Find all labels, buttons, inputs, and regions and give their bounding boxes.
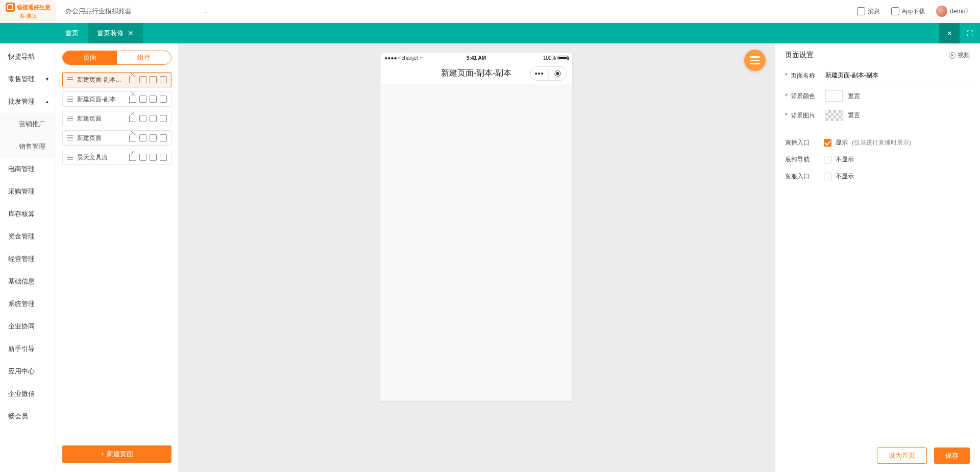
page-list-item[interactable]: 新建页面	[62, 111, 172, 126]
phone-icon	[891, 7, 899, 15]
page-list-item[interactable]: 新建页面	[62, 130, 172, 146]
sidebar-item[interactable]: 新手引导	[0, 338, 56, 360]
account-selector[interactable]: 办公用品行业模拟账套 ⌄	[65, 7, 208, 16]
segment-control: 页面 组件	[62, 51, 172, 65]
tab-home-decor[interactable]: 首页装修 ✕	[88, 23, 143, 43]
drag-handle-icon[interactable]	[67, 77, 73, 82]
sidebar-item[interactable]: 系统管理	[0, 293, 56, 315]
delete-icon[interactable]	[150, 154, 157, 161]
set-home-button[interactable]: 设为首页	[877, 447, 927, 464]
delete-icon[interactable]	[150, 76, 157, 83]
seg-page[interactable]: 页面	[63, 51, 117, 64]
video-help-link[interactable]: 视频	[949, 51, 970, 60]
page-name-input[interactable]	[825, 69, 970, 82]
play-icon	[949, 52, 955, 59]
copy-icon[interactable]	[139, 154, 146, 161]
home-icon[interactable]	[129, 115, 136, 122]
sidebar-item[interactable]: 电商管理	[0, 158, 56, 180]
share-icon[interactable]	[160, 154, 167, 161]
panel-toggle-button[interactable]	[744, 50, 766, 71]
page-list-item[interactable]: 新建页面-副本...	[62, 72, 172, 87]
page-list-panel: 页面 组件 新建页面-副本...新建页面-副本新建页面新建页面昊天文具店 + 新…	[56, 43, 178, 472]
sidebar-item[interactable]: 企业微信	[0, 383, 56, 405]
home-icon[interactable]	[129, 96, 136, 103]
sidebar-item[interactable]: 经营管理	[0, 248, 56, 270]
label-bg-image: 背景图片	[791, 111, 825, 120]
page-list-item[interactable]: 昊天文具店	[62, 150, 172, 165]
copy-icon[interactable]	[139, 96, 146, 103]
avatar	[936, 6, 947, 17]
sidebar-item[interactable]: 零售管理▼	[0, 68, 56, 90]
copy-icon[interactable]	[139, 134, 146, 141]
drag-handle-icon[interactable]	[67, 155, 73, 160]
share-icon[interactable]	[160, 134, 167, 141]
capsule-close-icon[interactable]	[549, 66, 567, 81]
page-list-item[interactable]: 新建页面-副本	[62, 91, 172, 107]
main-area: 页面 组件 新建页面-副本...新建页面-副本新建页面新建页面昊天文具店 + 新…	[56, 43, 980, 472]
share-icon[interactable]	[160, 115, 167, 122]
sidebar-item[interactable]: 库存核算	[0, 203, 56, 225]
messages-link[interactable]: 消息	[857, 7, 880, 16]
label-bg-color: 背景颜色	[791, 92, 825, 101]
home-icon[interactable]	[129, 134, 136, 141]
brand-logo[interactable]: 畅捷通好生意 标准版	[0, 0, 56, 23]
settings-title: 页面设置	[785, 51, 814, 60]
brand-edition: 标准版	[20, 12, 37, 20]
copy-icon[interactable]	[139, 115, 146, 122]
tabs-bar: 首页 首页装修 ✕ ✕ ⛶	[0, 23, 980, 43]
page-item-label: 新建页面	[77, 114, 125, 123]
copy-icon[interactable]	[139, 76, 146, 83]
brand-name: 畅捷通好生意	[17, 4, 51, 11]
home-icon[interactable]	[129, 76, 136, 83]
sidebar-subitem[interactable]: 销售管理	[0, 135, 56, 158]
label-cs-entry: 客服入口	[785, 172, 820, 181]
account-name: 办公用品行业模拟账套	[65, 7, 132, 16]
label-live-entry: 直播入口	[785, 138, 820, 147]
app-download-link[interactable]: App下载	[891, 7, 925, 16]
drag-handle-icon[interactable]	[67, 116, 73, 121]
seg-component[interactable]: 组件	[117, 51, 171, 64]
bg-color-swatch[interactable]	[825, 90, 843, 102]
page-item-label: 新建页面-副本	[77, 95, 125, 104]
sidebar-item[interactable]: 企业协同	[0, 315, 56, 338]
sidebar-subitem[interactable]: 营销推广	[0, 113, 56, 135]
chevron-down-icon: ⌄	[203, 8, 208, 15]
close-all-button[interactable]: ✕	[939, 23, 960, 43]
sidebar-item[interactable]: 资金管理	[0, 225, 56, 248]
label-bottom-nav: 底部导航	[785, 155, 820, 164]
sidebar-item[interactable]: 快捷导航	[0, 45, 56, 68]
reset-bg-image[interactable]: 重置	[848, 111, 860, 120]
new-page-button[interactable]: + 新建页面	[62, 445, 172, 463]
share-icon[interactable]	[160, 76, 167, 83]
share-icon[interactable]	[160, 96, 167, 103]
sidebar-item[interactable]: 畅会员	[0, 405, 56, 428]
delete-icon[interactable]	[150, 134, 157, 141]
sidebar-item[interactable]: 应用中心	[0, 360, 56, 383]
checkbox-cs-entry[interactable]	[824, 173, 831, 180]
capsule-menu-icon[interactable]: •••	[530, 66, 549, 81]
reset-bg-color[interactable]: 重置	[848, 92, 860, 101]
delete-icon[interactable]	[150, 115, 157, 122]
phone-time: 9:41 AM	[467, 55, 486, 61]
checkbox-live-show[interactable]	[824, 139, 831, 147]
sidebar-item[interactable]: 基础信息	[0, 270, 56, 293]
sidebar-item[interactable]: 批发管理▲	[0, 90, 56, 113]
sidebar: 搜索菜单快捷导航零售管理▼批发管理▲营销推广销售管理电商管理采购管理库存核算资金…	[0, 23, 56, 472]
page-item-label: 新建页面	[77, 134, 125, 143]
phone-title: 新建页面-副本-副本	[441, 68, 512, 79]
sidebar-item[interactable]: 采购管理	[0, 180, 56, 203]
user-menu[interactable]: demo2	[936, 6, 969, 17]
page-item-label: 新建页面-副本...	[77, 76, 125, 84]
phone-body[interactable]	[381, 84, 572, 401]
bg-image-picker[interactable]	[825, 110, 843, 121]
drag-handle-icon[interactable]	[67, 97, 73, 102]
page-item-label: 昊天文具店	[77, 153, 125, 162]
home-icon[interactable]	[129, 154, 136, 161]
drag-handle-icon[interactable]	[67, 135, 73, 140]
close-icon[interactable]: ✕	[128, 29, 134, 37]
fullscreen-button[interactable]: ⛶	[960, 23, 980, 43]
tab-home[interactable]: 首页	[56, 23, 88, 43]
checkbox-bottom-nav[interactable]	[824, 156, 831, 163]
save-button[interactable]: 保存	[934, 447, 970, 464]
delete-icon[interactable]	[150, 96, 157, 103]
